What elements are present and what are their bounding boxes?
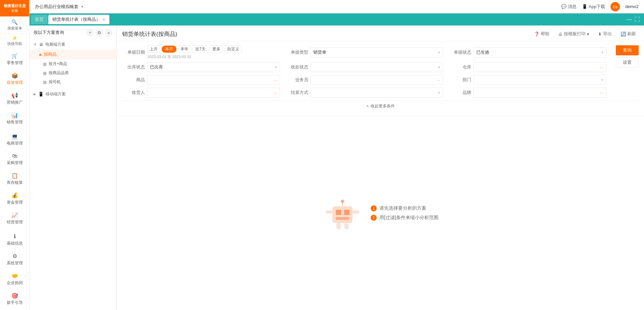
tab-active[interactable]: 销货单统计表（按商品） ✕	[48, 15, 109, 24]
export-btn[interactable]: ⬇ 导出	[595, 30, 614, 38]
ecommerce-icon: 💻	[11, 133, 18, 140]
header-dropdown-icon[interactable]: ▾	[81, 4, 83, 9]
storage-input[interactable]: ···	[473, 62, 606, 72]
storage-item: 仓库 ···	[448, 62, 609, 72]
sidebar-label-sales: 销售管理	[7, 119, 23, 125]
date-btn-this-year[interactable]: 本年	[178, 45, 191, 53]
sidebar-item-finance[interactable]: 💰 资金管理	[0, 189, 29, 209]
goods-item: 商品 ···	[122, 75, 283, 85]
tree-item-category[interactable]: ▦ 按商品品类	[30, 68, 116, 78]
collapse-btn[interactable]: ∧ 收起更多条件	[122, 100, 639, 112]
warehouse-item: 出库状态 已出库 ▾	[122, 62, 283, 72]
sidebar-item-search[interactable]: 🔍 搜索菜单	[0, 16, 29, 34]
dept-arrow: ▾	[601, 78, 603, 82]
header-app-download[interactable]: 📱 App下载	[582, 4, 605, 10]
sidebar-item-system[interactable]: ⚙ 系统管理	[0, 250, 29, 269]
refresh-icon: 🔄	[621, 32, 626, 37]
tree-desktop-label: 电脑端方案	[45, 42, 65, 47]
home-tab-label: 首页	[35, 16, 44, 22]
tree-item-driver[interactable]: ▦ 按司机	[30, 78, 116, 87]
page-title: 销货单统计表(按商品)	[122, 30, 177, 38]
salesman-input[interactable]: ···	[310, 75, 443, 85]
header-messages-label: 消息	[568, 4, 577, 10]
bill-type-select[interactable]: 销货单 ▾	[310, 47, 443, 57]
settings-btn[interactable]: 设置	[616, 57, 639, 67]
svg-rect-2	[344, 210, 350, 215]
avatar[interactable]: Ea	[610, 2, 620, 11]
header-messages[interactable]: 💬 消息	[561, 4, 577, 10]
dept-item: 部门 ▾	[448, 75, 609, 85]
tree-mobile-header[interactable]: ▶ 📱 移动端方案	[30, 89, 116, 99]
collapse-label: 收起更多条件	[371, 104, 395, 108]
sidebar-item-quicknav[interactable]: ⚡ 快捷导航	[0, 34, 29, 48]
tree-item-driver-label: 按司机	[49, 79, 61, 85]
panel-collapse-btn[interactable]: «	[105, 29, 112, 36]
sidebar-item-marketing[interactable]: 📢 营销推广	[0, 89, 29, 109]
settlement-item: 结算方式 ▾	[285, 88, 446, 98]
month-goods-icon: ▦	[43, 62, 47, 66]
system-icon: ⚙	[12, 253, 17, 259]
warehouse-select[interactable]: 已出库 ▾	[147, 62, 280, 72]
warehouse-arrow: ▾	[275, 65, 277, 69]
date-btn-custom[interactable]: 自定义	[224, 45, 242, 53]
date-label: 单据日期	[125, 49, 145, 55]
bill-status-arrow: ▾	[601, 50, 603, 55]
sidebar-item-purchase[interactable]: 🛍 采购管理	[0, 150, 29, 169]
sidebar-item-inventory[interactable]: 📋 库存核算	[0, 169, 29, 189]
dept-label: 部门	[451, 77, 471, 83]
payment-status-label: 收款状态	[288, 64, 308, 70]
goods-dots: ···	[273, 78, 277, 83]
panel-settings-btn[interactable]: ⚙	[96, 29, 103, 36]
refresh-btn[interactable]: 🔄 刷新	[618, 30, 639, 38]
empty-hint-2: 2 用[过滤]条件来缩小分析范围	[371, 215, 438, 221]
main-wrap: 办公用品行业模拟账套 ▾ 💬 消息 📱 App下载 Ea demo2 首页 销货…	[30, 0, 644, 310]
payment-status-select[interactable]: ▾	[310, 62, 443, 72]
wholesale-icon: 📦	[11, 72, 18, 79]
help-btn[interactable]: ❓ 帮助	[531, 30, 552, 38]
tab-home[interactable]: 首页	[31, 15, 48, 24]
svg-rect-8	[336, 223, 340, 229]
avatar-text: Ea	[613, 5, 618, 9]
sidebar-item-operation[interactable]: 📈 经营管理	[0, 209, 29, 228]
marketing-icon: 📢	[11, 92, 18, 99]
tab-maximize-icon[interactable]: ⛶	[635, 16, 640, 22]
sidebar-item-sales[interactable]: 📊 销售管理	[0, 109, 29, 128]
page-header: 销货单统计表(按商品) ❓ 帮助 🖨 按模板打印 ▾ ⬇ 导出	[117, 25, 644, 41]
sidebar-item-wholesale[interactable]: 📦 批发管理	[0, 69, 29, 89]
tree-arrow-mobile: ▶	[34, 92, 36, 96]
date-btn-7days[interactable]: 近7天	[193, 45, 208, 53]
tree-item-month-goods[interactable]: ▦ 按月+商品	[30, 59, 116, 68]
brand-item: 品牌 ···	[448, 88, 609, 98]
sidebar-item-appstore[interactable]: 🔲 应用中心	[0, 309, 29, 310]
template-print-btn[interactable]: 🖨 按模板打印 ▾	[555, 30, 592, 38]
panel-add-btn[interactable]: ＋	[86, 29, 94, 36]
sidebar-item-newbie[interactable]: 🎯 新手引导	[0, 289, 29, 309]
page-actions: ❓ 帮助 🖨 按模板打印 ▾ ⬇ 导出 🔄 刷新	[531, 30, 639, 38]
header-right: 💬 消息 📱 App下载 Ea demo2	[561, 2, 639, 11]
brand-input[interactable]: ···	[473, 88, 606, 98]
svg-rect-7	[353, 210, 359, 214]
query-btn[interactable]: 查询	[616, 45, 639, 55]
sidebar-item-ecommerce[interactable]: 💻 电商管理	[0, 130, 29, 150]
operation-icon: 📈	[11, 212, 18, 218]
sidebar-item-collab[interactable]: 🤝 企业协同	[0, 269, 29, 289]
storage-label: 仓库	[451, 64, 471, 70]
settlement-select[interactable]: ▾	[310, 88, 443, 98]
date-filter-item: 单据日期 上月 本月 本年 近7天 更多 自定义 2023-03-01 至 20…	[122, 45, 283, 59]
tree-item-by-goods[interactable]: ● 按商品	[30, 49, 116, 59]
message-icon: 💬	[561, 4, 567, 9]
date-btn-more[interactable]: 更多	[210, 45, 223, 53]
dept-select[interactable]: ▾	[473, 75, 606, 85]
date-btn-this-month[interactable]: 本月	[162, 46, 176, 53]
sidebar-item-retail[interactable]: 🛒 零售管理	[0, 49, 29, 69]
sidebar-item-basic[interactable]: ℹ 基础信息	[0, 230, 29, 250]
tab-minimize-icon[interactable]: —	[627, 16, 632, 22]
left-panel: 按以下方案查询 ＋ ⚙ « ▼ 🖥 电脑端方案 ● 按商品 ▦	[30, 25, 117, 310]
receiver-input[interactable]: ···	[147, 88, 280, 98]
payment-status-item: 收款状态 ▾	[285, 62, 446, 72]
bill-status-select[interactable]: 已生效 ▾	[473, 47, 606, 57]
tab-close-icon[interactable]: ✕	[102, 17, 105, 22]
tree-desktop-header[interactable]: ▼ 🖥 电脑端方案	[30, 40, 116, 49]
date-btn-last-month[interactable]: 上月	[147, 45, 160, 53]
goods-input[interactable]: ···	[147, 75, 280, 85]
